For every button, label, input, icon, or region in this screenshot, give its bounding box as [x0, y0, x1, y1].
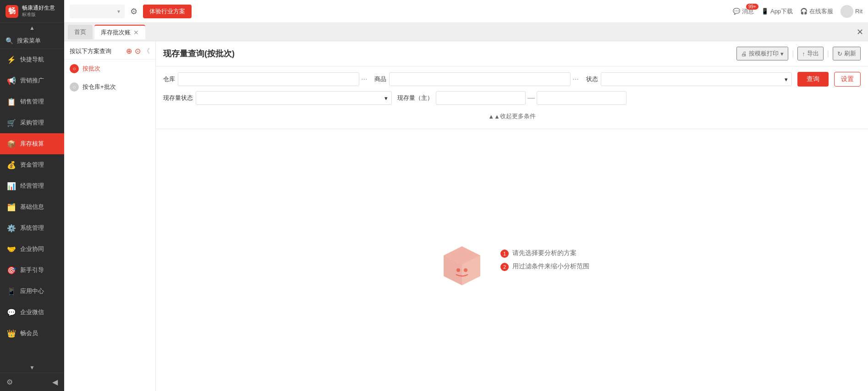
- scroll-down[interactable]: ▼: [0, 363, 64, 373]
- collapse-up-icon: ▲▲: [488, 113, 500, 120]
- collapse-row[interactable]: ▲▲ 收起更多条件: [163, 109, 861, 123]
- app-download-button[interactable]: 📱 App下载: [761, 7, 793, 16]
- query-button[interactable]: 查询: [797, 72, 829, 87]
- operations-icon: 📊: [6, 181, 16, 191]
- stock-status-select[interactable]: ▾: [196, 91, 392, 105]
- sidebar-item-appcenter[interactable]: 📱 应用中心: [0, 281, 64, 302]
- filter-collapse-icon[interactable]: 《: [143, 47, 150, 55]
- sidebar-search[interactable]: 🔍 搜索菜单: [0, 33, 64, 49]
- print-label: 按模板打印: [749, 49, 779, 58]
- user-info[interactable]: Rit: [841, 5, 863, 18]
- page-header: 现存量查询(按批次) 🖨 按模板打印 ▾ | ↑ 导出 | ↻: [156, 41, 868, 66]
- sidebar-item-operations[interactable]: 📊 经营管理: [0, 175, 64, 196]
- online-service-button[interactable]: 🎧 在线客服: [800, 7, 833, 16]
- warehouse-label: 仓库: [163, 75, 175, 83]
- system-icon: ⚙️: [6, 223, 16, 233]
- topbar-dropdown-icon[interactable]: ▾: [117, 8, 120, 15]
- sidebar-item-member[interactable]: 👑 畅会员: [0, 323, 64, 344]
- settings-button[interactable]: 设置: [834, 72, 861, 87]
- sidebar-item-inventory[interactable]: 📦 库存核算: [0, 133, 64, 154]
- app-logo: 畅: [5, 5, 18, 18]
- scroll-up[interactable]: ▲: [0, 23, 64, 33]
- refresh-icon: ↻: [837, 50, 842, 57]
- filter-add-icon[interactable]: ⊕: [126, 47, 132, 55]
- filter-item-by-batch[interactable]: ○ 按批次: [64, 60, 155, 78]
- sidebar-item-purchase[interactable]: 🛒 采购管理: [0, 112, 64, 133]
- trial-button[interactable]: 体验行业方案: [143, 5, 192, 18]
- brand-edition: 标准版: [22, 11, 55, 18]
- filter-item-label: 按批次: [82, 65, 100, 73]
- sidebar-item-system[interactable]: ⚙️ 系统管理: [0, 217, 64, 239]
- sidebar-item-label: 应用中心: [20, 287, 44, 295]
- stock-status-label: 现存量状态: [163, 94, 193, 102]
- filter-item-by-warehouse-batch[interactable]: ○ 按仓库+批次: [64, 78, 155, 96]
- export-icon: ↑: [802, 50, 805, 57]
- purchase-icon: 🛒: [6, 118, 16, 128]
- goods-field: 商品 ···: [374, 72, 580, 86]
- sidebar-brand: 畅康通好生意 标准版: [22, 5, 55, 17]
- sidebar-item-basics[interactable]: 🗂️ 基础信息: [0, 196, 64, 217]
- filter-panel-icons: ⊕ ⊙ 《: [126, 47, 150, 55]
- stock-qty-to[interactable]: [537, 91, 626, 105]
- enterprise-icon: 🤝: [6, 244, 16, 254]
- sidebar-item-label: 企业协同: [20, 245, 44, 253]
- content: 按以下方案查询 ⊕ ⊙ 《 ○ 按批次 ○ 按仓库+批次 现存量查询(按批次): [64, 41, 868, 391]
- tip-num-2: 2: [500, 263, 509, 271]
- sidebar-item-label: 快捷导航: [20, 55, 44, 64]
- export-button[interactable]: ↑ 导出: [797, 47, 824, 60]
- filter-settings-icon[interactable]: ⊙: [135, 47, 141, 55]
- warehouse-input[interactable]: [178, 72, 359, 86]
- goods-input[interactable]: [389, 72, 571, 86]
- print-button[interactable]: 🖨 按模板打印 ▾: [736, 47, 788, 60]
- tab-batch-label: 库存批次账: [101, 28, 131, 37]
- tip-text-2: 用过滤条件来缩小分析范围: [512, 262, 589, 271]
- tab-close-main-icon[interactable]: ✕: [857, 27, 863, 37]
- tab-close-icon[interactable]: ✕: [133, 29, 139, 36]
- print-dropdown-icon[interactable]: ▾: [780, 50, 784, 57]
- empty-icon: [434, 233, 489, 288]
- tab-home[interactable]: 首页: [68, 25, 93, 39]
- marketing-icon: 📢: [6, 76, 16, 86]
- topbar-gear-icon[interactable]: ⚙: [128, 5, 139, 18]
- finance-icon: 💰: [6, 160, 16, 170]
- filter-item-icon-inactive: ○: [70, 82, 79, 92]
- basics-icon: 🗂️: [6, 202, 16, 212]
- stock-qty-from[interactable]: [436, 91, 526, 105]
- sidebar-item-label: 畅会员: [20, 329, 38, 337]
- sidebar-item-marketing[interactable]: 📢 营销推广: [0, 70, 64, 91]
- sidebar-item-label: 库存核算: [20, 140, 44, 148]
- sidebar-item-label: 资金管理: [20, 161, 44, 169]
- search-icon: 🔍: [5, 37, 13, 44]
- tab-batch[interactable]: 库存批次账 ✕: [94, 25, 145, 39]
- svg-point-4: [456, 268, 460, 272]
- settings-icon[interactable]: ⚙: [6, 378, 13, 386]
- warehouse-dots[interactable]: ···: [359, 75, 369, 83]
- sidebar-item-label: 新手引导: [20, 266, 44, 274]
- status-select[interactable]: ▾: [601, 72, 792, 86]
- page-actions: 🖨 按模板打印 ▾ | ↑ 导出 | ↻ 刷新: [736, 47, 861, 60]
- tip-text-1: 请先选择要分析的方案: [512, 249, 577, 257]
- sidebar-item-newbie[interactable]: 🎯 新手引导: [0, 260, 64, 281]
- sidebar-item-shortcut[interactable]: ⚡ 快捷导航: [0, 49, 64, 70]
- messages-button[interactable]: 💬 消息 99+: [733, 7, 754, 16]
- empty-tip-2: 2 用过滤条件来缩小分析范围: [500, 262, 589, 271]
- member-icon: 👑: [6, 328, 16, 338]
- empty-tip-1: 1 请先选择要分析的方案: [500, 249, 589, 258]
- goods-dots[interactable]: ···: [571, 75, 580, 83]
- filter-panel-title: 按以下方案查询: [70, 47, 111, 55]
- sidebar-item-sales[interactable]: 📋 销售管理: [0, 91, 64, 112]
- sidebar-footer: ⚙ ◀: [0, 373, 64, 391]
- refresh-label: 刷新: [844, 49, 856, 58]
- messages-badge: 99+: [746, 4, 758, 10]
- main: ▾ ⚙ 体验行业方案 💬 消息 99+ 📱 App下载 🎧 在线客服 Rit: [64, 0, 868, 391]
- sidebar-item-enterprise[interactable]: 🤝 企业协同: [0, 239, 64, 260]
- filter-item-label: 按仓库+批次: [82, 83, 116, 91]
- range-dash: —: [527, 94, 535, 102]
- collapse-icon[interactable]: ◀: [52, 378, 58, 386]
- refresh-button[interactable]: ↻ 刷新: [833, 47, 861, 60]
- sidebar-item-label: 采购管理: [20, 119, 44, 127]
- sidebar-item-wechat[interactable]: 💬 企业微信: [0, 302, 64, 323]
- sidebar-item-finance[interactable]: 💰 资金管理: [0, 154, 64, 175]
- topbar-search-box[interactable]: ▾: [70, 5, 125, 18]
- empty-state: 1 请先选择要分析的方案 2 用过滤条件来缩小分析范围: [156, 129, 868, 391]
